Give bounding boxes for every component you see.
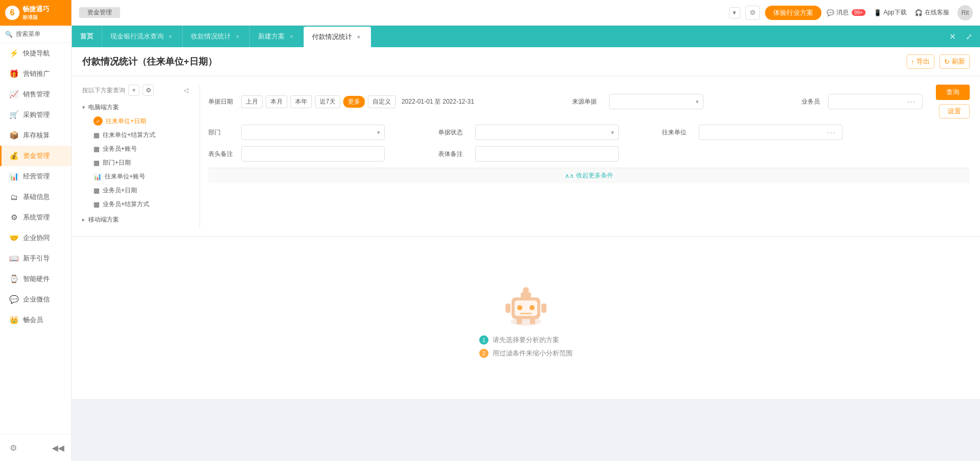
empty-tips: 1 请先选择要分析的方案 2 用过滤条件来缩小分析范围	[479, 335, 573, 358]
sidebar-item-member[interactable]: 👑畅会员	[0, 310, 71, 330]
scheme-group-mobile: ▸移动端方案	[82, 213, 191, 226]
tab-close-all-btn[interactable]: ✕	[946, 30, 958, 43]
tab-payment-stats[interactable]: 付款情况统计×	[304, 27, 371, 47]
tab-label-home: 首页	[80, 32, 93, 41]
empty-tip-1: 1 请先选择要分析的方案	[479, 335, 573, 345]
sidebar-item-enterprise[interactable]: 🤝企业协同	[0, 228, 71, 248]
date-last-month-btn[interactable]: 上月	[241, 95, 263, 108]
sidebar-settings-btn[interactable]: ⚙	[5, 439, 22, 456]
query-btn[interactable]: 查询	[936, 85, 970, 100]
sidebar-icon-finance: 💰	[9, 151, 19, 161]
tab-bank-flow[interactable]: 现金银行流水查询×	[102, 26, 183, 47]
status-select[interactable]: ▾	[475, 125, 619, 140]
tab-receipt-stats[interactable]: 收款情况统计×	[183, 26, 250, 47]
export-btn[interactable]: ↑ 导出	[907, 54, 935, 69]
sidebar-item-finance[interactable]: 💰资金管理	[0, 146, 71, 166]
svg-rect-9	[541, 304, 546, 313]
sidebar-label-inventory: 库存核算	[23, 131, 50, 140]
scheme-group-chevron-mobile: ▸	[82, 216, 85, 223]
scheme-item-salesman-payment[interactable]: ▦业务员+结算方式	[90, 197, 191, 211]
filter-row-dept: 部门 ▾ 单据状态 ▾ 往来单位 ···	[208, 125, 970, 140]
sidebar-icon-quick-nav: ⚡	[9, 48, 19, 58]
search-menu[interactable]: 🔍 搜索菜单	[0, 26, 71, 43]
tab-close-new-scheme[interactable]: ×	[288, 33, 295, 40]
service-icon: 🎧	[915, 9, 923, 16]
add-scheme-btn[interactable]: +	[128, 85, 140, 96]
sidebar-label-guide: 新手引导	[23, 254, 50, 263]
sidebar-item-weixin[interactable]: 💬企业微信	[0, 289, 71, 310]
user-avatar[interactable]: Rit	[957, 5, 973, 21]
salesman-select[interactable]: ···	[828, 94, 923, 109]
sidebar-item-quick-nav[interactable]: ⚡快捷导航	[0, 43, 71, 64]
body-note-input[interactable]	[480, 150, 614, 157]
tab-home[interactable]: 首页	[72, 26, 102, 47]
date-label: 单据日期	[208, 97, 235, 106]
manage-scheme-btn[interactable]: ⚙	[143, 85, 154, 96]
scheme-item-salesman-account[interactable]: ▦业务员+账号	[90, 142, 191, 156]
sidebar-item-sales[interactable]: 📈销售管理	[0, 84, 71, 105]
scheme-group-header-mobile[interactable]: ▸移动端方案	[82, 213, 191, 226]
app-download-btn[interactable]: 📱 App下载	[874, 8, 907, 17]
sidebar-item-hardware[interactable]: ⌚智能硬件	[0, 269, 71, 289]
tab-close-bank-flow[interactable]: ×	[167, 33, 174, 40]
sidebar-collapse-btn[interactable]: ◀◀	[50, 439, 66, 456]
topbar-settings-btn[interactable]: ⚙	[746, 6, 760, 20]
scheme-item-partner-account[interactable]: 📊往来单位+账号	[90, 170, 191, 184]
scheme-collapse-btn[interactable]: ◁	[180, 85, 191, 96]
topbar-right: 💬 消息 99+ 📱 App下载 🎧 在线客服 Rit	[827, 5, 973, 21]
scheme-item-partner-date[interactable]: ✓往来单位+日期	[90, 114, 191, 128]
sidebar-item-operation[interactable]: 📊经营管理	[0, 166, 71, 187]
sidebar-icon-member: 👑	[9, 315, 19, 325]
service-btn[interactable]: 🎧 在线客服	[915, 8, 949, 17]
sidebar-icon-basic: 🗂	[9, 192, 19, 202]
partner-select[interactable]: ···	[699, 125, 842, 140]
scheme-header: 按以下方案查询 + ⚙ ◁	[82, 85, 191, 96]
head-note-input[interactable]	[246, 150, 380, 157]
sidebar-label-basic: 基础信息	[23, 192, 50, 202]
source-select[interactable]: ▾	[609, 94, 703, 109]
scheme-item-dept-date[interactable]: ▦部门+日期	[90, 156, 191, 170]
sidebar-item-system[interactable]: ⚙系统管理	[0, 207, 71, 228]
tab-expand-btn[interactable]: ⤢	[963, 30, 975, 43]
date-options: 上月 本月 本年 近7天 更多 自定义 2022-01-01 至 2022-12…	[241, 95, 474, 108]
sidebar-icon-purchase: 🛒	[9, 110, 19, 120]
collapse-btn[interactable]: ∧∧ 收起更多条件	[208, 168, 970, 183]
topbar-dropdown-btn[interactable]: ▾	[729, 7, 740, 18]
trial-btn[interactable]: 体验行业方案	[765, 6, 821, 20]
dept-select[interactable]: ▾	[241, 125, 385, 140]
sidebar-item-basic[interactable]: 🗂基础信息	[0, 187, 71, 207]
scheme-header-label: 按以下方案查询	[82, 86, 125, 95]
tabs-container: 首页现金银行流水查询×收款情况统计×新建方案×付款情况统计×	[72, 26, 371, 47]
tab-close-payment-stats[interactable]: ×	[355, 33, 362, 41]
sidebar-item-marketing[interactable]: 🎁营销推广	[0, 64, 71, 84]
message-btn[interactable]: 💬 消息 99+	[827, 8, 866, 17]
message-icon: 💬	[827, 9, 834, 16]
filter-settings-btn[interactable]: 设置	[939, 104, 970, 118]
sidebar-item-purchase[interactable]: 🛒采购管理	[0, 105, 71, 125]
date-custom-btn[interactable]: 自定义	[368, 95, 396, 108]
scheme-item-salesman-date[interactable]: ▦业务员+日期	[90, 184, 191, 197]
collapse-icon: ∧∧	[565, 172, 574, 179]
date-this-month-btn[interactable]: 本月	[266, 95, 287, 108]
tab-close-receipt-stats[interactable]: ×	[234, 33, 241, 40]
scheme-item-icon-salesman-account: ▦	[93, 145, 100, 153]
scheme-item-partner-payment[interactable]: ▦往来单位+结算方式	[90, 128, 191, 142]
date-range-display: 2022-01-01 至 2022-12-31	[402, 97, 474, 106]
refresh-icon: ↻	[944, 58, 950, 66]
sidebar-logo: 6 畅捷通巧 标准版	[0, 0, 71, 26]
sidebar-item-inventory[interactable]: 📦库存核算	[0, 125, 71, 146]
sidebar-label-quick-nav: 快捷导航	[23, 49, 50, 58]
tab-label-receipt-stats: 收款情况统计	[191, 32, 231, 41]
sidebar-icon-system: ⚙	[9, 212, 19, 223]
tab-new-scheme[interactable]: 新建方案×	[250, 26, 304, 47]
sidebar-items: ⚡快捷导航🎁营销推广📈销售管理🛒采购管理📦库存核算💰资金管理📊经营管理🗂基础信息…	[0, 43, 71, 330]
date-this-year-btn[interactable]: 本年	[290, 95, 312, 108]
sidebar-item-guide[interactable]: 📖新手引导	[0, 248, 71, 269]
date-more-btn[interactable]: 更多	[343, 96, 365, 108]
scheme-group-header-desktop[interactable]: ▾电脑端方案	[82, 101, 191, 114]
tab-label-bank-flow: 现金银行流水查询	[110, 32, 164, 41]
svg-point-3	[517, 305, 522, 310]
page-content: 付款情况统计（往来单位+日期） ↑ 导出 ↻ 刷新 按以下方案查询 +	[72, 47, 980, 461]
date-7days-btn[interactable]: 近7天	[315, 95, 340, 108]
refresh-btn[interactable]: ↻ 刷新	[939, 54, 970, 69]
